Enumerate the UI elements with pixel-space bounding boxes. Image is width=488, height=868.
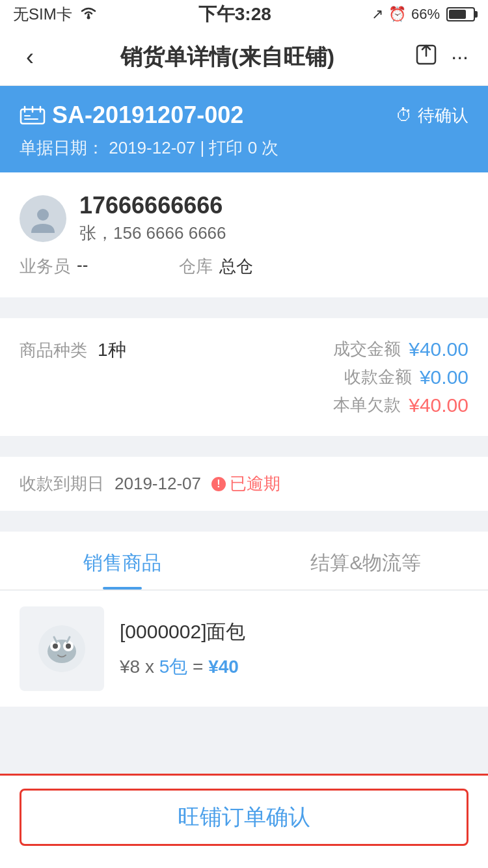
product-total: ¥40 bbox=[208, 657, 239, 677]
staff-value: -- bbox=[77, 255, 88, 278]
status-clock-icon: ⏱ bbox=[396, 105, 413, 126]
customer-avatar bbox=[20, 195, 66, 242]
due-date-card: 收款到期日 2019-12-07 ! 已逾期 bbox=[0, 457, 488, 511]
staff-label: 业务员 bbox=[20, 255, 70, 278]
alarm-icon: ⏰ bbox=[388, 6, 406, 23]
overdue-text: 已逾期 bbox=[230, 472, 280, 495]
product-price-row: ¥8 x 5包 = ¥40 bbox=[120, 655, 468, 679]
battery-percent: 66% bbox=[411, 6, 440, 23]
divider-1 bbox=[0, 308, 488, 318]
product-price: ¥8 x bbox=[120, 657, 159, 677]
customer-phone: 17666666666 bbox=[79, 192, 226, 219]
more-button[interactable]: ··· bbox=[451, 45, 468, 69]
battery-icon bbox=[446, 7, 475, 21]
overdue-dot-icon: ! bbox=[211, 477, 226, 491]
warehouse-label: 仓库 bbox=[179, 255, 213, 278]
confirm-order-button[interactable]: 旺铺订单确认 bbox=[20, 789, 468, 846]
nav-actions: ··· bbox=[414, 43, 468, 72]
customer-sub: 张，156 6666 6666 bbox=[79, 222, 226, 245]
product-equals: = bbox=[187, 657, 208, 677]
customer-card: 17666666666 张，156 6666 6666 业务员 -- 仓库 总仓 bbox=[0, 172, 488, 297]
svg-point-3 bbox=[37, 209, 49, 221]
debt-label: 本单欠款 bbox=[333, 394, 401, 416]
product-type-value: 1种 bbox=[98, 338, 126, 362]
order-header: SA-20191207-002 ⏱ 待确认 单据日期： 2019-12-07 |… bbox=[0, 86, 488, 172]
svg-point-8 bbox=[53, 644, 58, 649]
page-title: 销货单详情(来自旺铺) bbox=[120, 42, 334, 72]
amount-label: 成交金额 bbox=[333, 338, 401, 360]
debt-value: ¥40.00 bbox=[409, 394, 468, 416]
product-type-label: 商品种类 bbox=[20, 339, 87, 362]
due-date-value: 2019-12-07 bbox=[115, 474, 201, 494]
tabs-container: 销售商品 结算&物流等 bbox=[0, 532, 488, 590]
amount-value: ¥40.00 bbox=[409, 338, 468, 360]
carrier-text: 无SIM卡 bbox=[13, 4, 72, 25]
tab-settlement[interactable]: 结算&物流等 bbox=[244, 532, 488, 590]
divider-3 bbox=[0, 521, 488, 532]
status-time: 下午3:28 bbox=[198, 2, 271, 27]
due-date-label: 收款到期日 bbox=[20, 472, 104, 495]
status-bar: 无SIM卡 下午3:28 ↗ ⏰ 66% bbox=[0, 0, 488, 29]
order-status: ⏱ 待确认 bbox=[396, 104, 468, 127]
divider-2 bbox=[0, 446, 488, 457]
share-button[interactable] bbox=[414, 43, 438, 72]
order-date: 单据日期： 2019-12-07 | 打印 0 次 bbox=[20, 137, 468, 159]
product-card: [0000002]面包 ¥8 x 5包 = ¥40 bbox=[0, 591, 488, 707]
nav-bar: ‹ 销货单详情(来自旺铺) ··· bbox=[0, 29, 488, 86]
summary-card: 商品种类 1种 成交金额 ¥40.00 收款金额 ¥0.00 本单欠款 ¥40.… bbox=[0, 318, 488, 436]
product-image bbox=[20, 606, 104, 691]
wifi-icon bbox=[79, 5, 98, 23]
product-name: [0000002]面包 bbox=[120, 619, 468, 645]
product-qty: 5包 bbox=[159, 657, 188, 677]
status-left: 无SIM卡 bbox=[13, 4, 98, 25]
product-info: [0000002]面包 ¥8 x 5包 = ¥40 bbox=[120, 619, 468, 679]
bottom-bar: 旺铺订单确认 bbox=[0, 774, 488, 868]
status-right: ↗ ⏰ 66% bbox=[372, 6, 475, 23]
customer-meta: 业务员 -- 仓库 总仓 bbox=[20, 255, 468, 278]
received-label: 收款金额 bbox=[344, 366, 412, 388]
warehouse-value: 总仓 bbox=[219, 255, 253, 278]
tab-products[interactable]: 销售商品 bbox=[0, 532, 244, 590]
location-icon: ↗ bbox=[372, 6, 383, 23]
svg-point-9 bbox=[66, 644, 71, 649]
received-value: ¥0.00 bbox=[420, 366, 468, 388]
svg-point-0 bbox=[87, 16, 90, 20]
back-button[interactable]: ‹ bbox=[20, 37, 40, 77]
order-id: SA-20191207-002 bbox=[20, 102, 243, 129]
overdue-badge: ! 已逾期 bbox=[211, 472, 280, 495]
